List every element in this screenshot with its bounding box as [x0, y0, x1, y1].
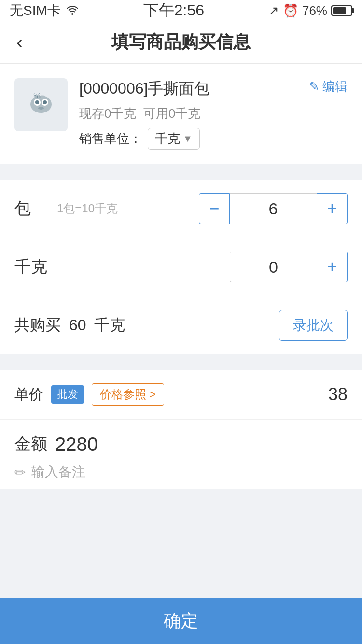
separator-2: [0, 362, 362, 370]
nav-bar: ‹ 填写商品购买信息: [0, 21, 362, 64]
product-unit-row: 销售单位： 千克 ▼: [79, 128, 348, 150]
edit-icon: ✎: [309, 79, 320, 94]
kg-qty-input[interactable]: [230, 252, 317, 282]
battery-icon: [331, 5, 352, 16]
note-row[interactable]: ✏ 输入备注: [14, 463, 348, 481]
product-logo-icon: 智计: [27, 91, 56, 119]
amount-value: 2280: [55, 434, 98, 455]
summary-section: 共购买 60 千克 录批次: [0, 296, 362, 354]
edit-label: 编辑: [322, 78, 348, 95]
status-bar: 无SIM卡 下午2:56 ↗ ⏰ 76%: [0, 0, 362, 21]
price-value: 38: [328, 384, 348, 405]
edit-button[interactable]: ✎ 编辑: [309, 78, 348, 95]
confirm-button-wrap[interactable]: 确定: [0, 598, 362, 644]
confirm-button[interactable]: 确定: [164, 609, 198, 633]
page-title: 填写商品购买信息: [111, 30, 251, 54]
kg-qty-row: 千克 +: [0, 238, 362, 296]
price-section: 单价 批发 价格参照 > 38: [0, 370, 362, 420]
battery-pct: 76%: [302, 3, 327, 18]
svg-text:智计: 智计: [33, 93, 44, 98]
separator-1: [0, 172, 362, 180]
svg-point-3: [35, 100, 39, 104]
bag-hint: 1包=10千克: [57, 201, 199, 216]
bag-minus-button[interactable]: −: [199, 193, 230, 224]
price-ref-button[interactable]: 价格参照 >: [92, 383, 164, 406]
wifi-icon: [66, 3, 79, 18]
summary-text: 共购买 60 千克: [14, 315, 125, 336]
kg-plus-button[interactable]: +: [317, 252, 348, 282]
batch-button[interactable]: 录批次: [279, 310, 348, 341]
location-icon: ↗: [268, 3, 279, 18]
kg-label: 千克: [14, 256, 53, 278]
kg-qty-controls: +: [230, 252, 348, 282]
product-info: [0000006]手撕面包 ✎ 编辑 现存0千克 可用0千克 销售单位： 千克 …: [79, 78, 348, 150]
amount-label: 金额: [14, 433, 47, 455]
bag-qty-row: 包 1包=10千克 − +: [0, 180, 362, 238]
pencil-icon: ✏: [14, 464, 26, 480]
alarm-icon: ⏰: [283, 3, 298, 18]
note-placeholder: 输入备注: [31, 463, 85, 481]
status-right: ↗ ⏰ 76%: [268, 3, 352, 18]
bag-qty-controls: − +: [199, 193, 348, 224]
product-stock: 现存0千克 可用0千克: [79, 105, 348, 122]
bag-plus-button[interactable]: +: [317, 193, 348, 224]
product-thumbnail: 智计: [14, 78, 68, 131]
amount-row: 金额 2280: [14, 433, 348, 455]
status-left: 无SIM卡: [10, 1, 79, 20]
price-label: 单价: [14, 385, 43, 405]
unit-select[interactable]: 千克 ▼: [148, 128, 200, 150]
back-button[interactable]: ‹: [12, 27, 28, 58]
status-time: 下午2:56: [143, 0, 204, 21]
price-badge: 批发: [51, 385, 84, 404]
amount-section: 金额 2280 ✏ 输入备注: [0, 420, 362, 489]
product-name: [0000006]手撕面包: [79, 78, 209, 99]
quantity-section: 包 1包=10千克 − + 千克 +: [0, 180, 362, 296]
svg-point-4: [43, 100, 47, 104]
bag-qty-input[interactable]: [230, 193, 317, 224]
product-card: 智计 [0000006]手撕面包 ✎ 编辑 现存0千克 可用0千克 销售单位： …: [0, 64, 362, 164]
bag-label: 包: [14, 197, 53, 220]
carrier-label: 无SIM卡: [10, 1, 61, 20]
svg-point-5: [38, 107, 44, 110]
